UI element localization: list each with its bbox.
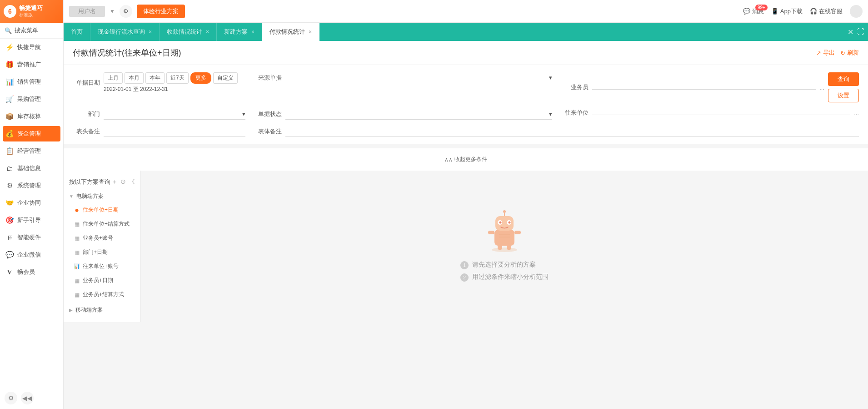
tip-num-2: 2 — [460, 273, 469, 282]
date-btn-more[interactable]: 更多 — [190, 72, 211, 84]
setting-btn[interactable]: 设置 — [828, 89, 859, 102]
mobile-group-title[interactable]: ▶ 移动端方案 — [64, 303, 140, 317]
chevron-up-icon: ∧∧ — [444, 157, 453, 163]
plan-icon-2: ▦ — [74, 235, 80, 242]
nav-icon: ⚡ — [5, 43, 14, 51]
tab-payment[interactable]: 付款情况统计 × — [262, 23, 319, 41]
tab-cash-flow[interactable]: 现金银行流水查询 × — [90, 23, 160, 41]
tab-home[interactable]: 首页 — [64, 23, 90, 41]
filter-date-item: 单据日期 上月 本月 本年 近7天 更多 自定义 2022-01-01 至 20… — [73, 72, 245, 93]
bodynote-input[interactable] — [285, 126, 859, 137]
date-btns: 上月 本月 本年 近7天 更多 自定义 — [104, 72, 238, 84]
maximize-tab-btn[interactable]: ⛶ — [857, 28, 864, 36]
tab-close-new-plan[interactable]: × — [251, 29, 254, 35]
date-btn-custom[interactable]: 自定义 — [213, 72, 238, 84]
filter-salesman-item: 业务员 ... 查询 设置 — [561, 72, 859, 102]
sidebar-item-operation[interactable]: 📋 经营管理 — [0, 142, 63, 160]
date-btn-7days[interactable]: 近7天 — [166, 72, 189, 84]
filter-action-btns: 查询 设置 — [828, 72, 859, 102]
main-layout: 按以下方案查询 ＋ ⊙ 《 ▼ 电脑端方案 ● 往来单位+日期 — [64, 171, 868, 322]
collapse-panel-icon[interactable]: 《 — [129, 178, 135, 186]
tab-close-receivable[interactable]: × — [206, 29, 209, 35]
date-label: 单据日期 — [73, 79, 100, 87]
tab-close-payment[interactable]: × — [309, 29, 312, 35]
sidebar-item-nav[interactable]: ⚡ 快捷导航 — [0, 39, 63, 56]
plan-item-unit-account[interactable]: 📊 往来单位+账号 — [64, 259, 140, 273]
settings-footer-btn[interactable]: ⚙ — [5, 392, 17, 404]
docstatus-select[interactable]: ▾ — [285, 109, 552, 120]
export-icon: ↗ — [816, 50, 821, 56]
collapse-sidebar-btn[interactable]: ◀◀ — [21, 392, 34, 404]
content-area: 付款情况统计(往来单位+日期) ↗ 导出 ↻ 刷新 单据日期 — [64, 41, 868, 409]
close-tab-btn[interactable]: ✕ — [848, 28, 853, 36]
sidebar-item-guide[interactable]: 🎯 新手引导 — [0, 212, 63, 229]
tab-close-cash-flow[interactable]: × — [149, 29, 152, 35]
collapse-btn[interactable]: ∧∧ 收起更多条件 — [444, 153, 487, 166]
filter-row-1: 单据日期 上月 本月 本年 近7天 更多 自定义 2022-01-01 至 20… — [73, 72, 859, 102]
sidebar-item-capital[interactable]: 💰 资金管理 — [3, 126, 60, 141]
topbar-service-btn[interactable]: 🎧 在线客服 — [810, 7, 843, 15]
filter-dept-item: 部门 ▾ — [73, 109, 245, 120]
filter-counterpart-item: 往来单位 ... — [561, 109, 859, 117]
trial-btn[interactable]: 体验行业方案 — [137, 5, 185, 18]
app-icon: 📱 — [771, 8, 778, 15]
date-btn-this-month[interactable]: 本月 — [125, 72, 144, 84]
refresh-btn[interactable]: ↻ 刷新 — [840, 49, 859, 57]
date-section: 上月 本月 本年 近7天 更多 自定义 2022-01-01 至 2022-12… — [104, 72, 238, 93]
sidebar-search[interactable]: 🔍 搜索菜单 — [0, 23, 63, 39]
topbar-gear-btn[interactable]: ⚙ — [120, 5, 132, 18]
member-icon: V — [5, 268, 14, 276]
tabbar: 首页 现金银行流水查询 × 收款情况统计 × 新建方案 × 付款情况统计 × ✕… — [64, 23, 868, 41]
sidebar-item-member[interactable]: V 畅会员 — [0, 263, 63, 281]
sidebar-item-wechat[interactable]: 💬 企业微信 — [0, 246, 63, 263]
left-panel-header: 按以下方案查询 ＋ ⊙ 《 — [64, 174, 140, 190]
empty-tips: 1 请先选择要分析的方案 2 用过滤条件来缩小分析范围 — [460, 261, 549, 285]
counterpart-select[interactable] — [592, 111, 850, 115]
docstatus-label: 单据状态 — [254, 110, 282, 118]
topbar-dropdown[interactable]: ▼ — [110, 8, 115, 15]
source-select[interactable]: ▾ — [285, 72, 552, 83]
date-btn-this-year[interactable]: 本年 — [145, 72, 165, 84]
desktop-group-title[interactable]: ▼ 电脑端方案 — [64, 190, 140, 203]
topbar: 用户名 ▼ ⚙ 体验行业方案 💬 消息 99+ 📱 App下载 🎧 在线客服 — [64, 0, 868, 23]
sidebar-item-inventory[interactable]: 📦 库存核算 — [0, 108, 63, 125]
date-btn-last-month[interactable]: 上月 — [104, 72, 123, 84]
svg-rect-12 — [507, 244, 511, 250]
plan-item-unit-settlement[interactable]: ▦ 往来单位+结算方式 — [64, 217, 140, 231]
headernote-input[interactable] — [104, 126, 245, 137]
sidebar-item-system[interactable]: ⚙ 系统管理 — [0, 177, 63, 194]
inventory-icon: 📦 — [5, 112, 14, 121]
sidebar-item-corp[interactable]: 🤝 企业协同 — [0, 194, 63, 212]
dept-select[interactable]: ▾ — [104, 109, 245, 120]
plan-item-salesman-settlement[interactable]: ▦ 业务员+结算方式 — [64, 288, 140, 302]
msg-badge: 99+ — [755, 5, 768, 10]
add-plan-icon[interactable]: ＋ — [111, 178, 118, 186]
empty-illustration — [482, 208, 527, 253]
right-content: 1 请先选择要分析的方案 2 用过滤条件来缩小分析范围 — [141, 171, 868, 322]
topbar-app-btn[interactable]: 📱 App下载 — [771, 7, 803, 15]
tab-new-plan[interactable]: 新建方案 × — [217, 23, 262, 41]
sidebar-item-marketing[interactable]: 🎁 营销推广 — [0, 56, 63, 73]
export-btn[interactable]: ↗ 导出 — [816, 49, 835, 57]
svg-rect-10 — [514, 231, 521, 234]
settings-plan-icon[interactable]: ⊙ — [120, 178, 126, 186]
corp-icon: 🤝 — [5, 199, 14, 207]
plan-item-salesman-account[interactable]: ▦ 业务员+账号 — [64, 231, 140, 245]
sidebar-item-hardware[interactable]: 🖥 智能硬件 — [0, 229, 63, 246]
plan-item-dept-date[interactable]: ▦ 部门+日期 — [64, 245, 140, 259]
salesman-select[interactable] — [592, 86, 816, 90]
chevron-down-icon: ▾ — [549, 74, 552, 81]
empty-tip-2: 2 用过滤条件来缩小分析范围 — [460, 273, 549, 282]
plan-item-salesman-date[interactable]: ▦ 业务员+日期 — [64, 273, 140, 288]
plan-item-unit-date[interactable]: ● 往来单位+日期 — [64, 203, 140, 217]
sidebar-item-purchase[interactable]: 🛒 采购管理 — [0, 91, 63, 108]
sidebar-item-sales[interactable]: 📊 销售管理 — [0, 73, 63, 91]
salesman-ellipsis[interactable]: ... — [819, 84, 824, 91]
tab-receivable[interactable]: 收款情况统计 × — [160, 23, 217, 41]
topbar-msg-btn[interactable]: 💬 消息 99+ — [743, 7, 764, 15]
filter-panel: 单据日期 上月 本月 本年 近7天 更多 自定义 2022-01-01 至 20… — [64, 65, 868, 144]
headernote-label: 表头备注 — [73, 127, 100, 136]
sidebar-item-basic[interactable]: 🗂 基础信息 — [0, 160, 63, 177]
counterpart-ellipsis[interactable]: ... — [854, 110, 859, 116]
query-btn[interactable]: 查询 — [828, 72, 859, 86]
